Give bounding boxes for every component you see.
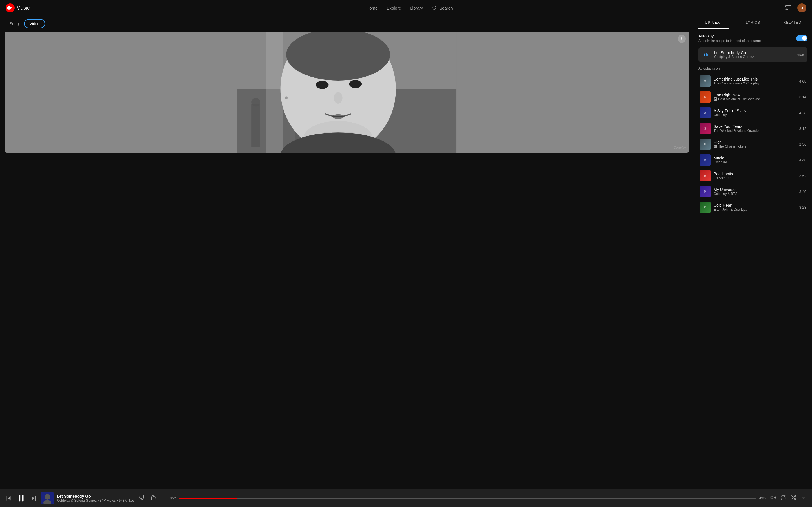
main-content: Song Video	[0, 16, 812, 489]
repeat-button[interactable]	[780, 495, 786, 502]
tab-related[interactable]: RELATED	[772, 16, 812, 29]
now-playing-info: Let Somebody Go Coldplay & Selena Gomez	[714, 50, 794, 59]
svg-point-17	[316, 81, 328, 89]
song-thumbnail: B	[700, 170, 711, 181]
svg-rect-25	[704, 54, 705, 55]
top-navigation: Music Home Explore Library Search U	[0, 0, 812, 16]
now-playing-queue-item[interactable]: Let Somebody Go Coldplay & Selena Gomez …	[698, 47, 808, 62]
song-info: Something Just Like This The Chainsmoker…	[714, 77, 797, 86]
svg-rect-27	[707, 53, 708, 56]
song-thumbnail: M	[700, 154, 711, 166]
song-info: Save Your Tears The Weeknd & Ariana Gran…	[714, 124, 797, 133]
more-options-button[interactable]: ⋮	[160, 495, 165, 501]
video-container: ℹ Coldplay	[4, 32, 689, 153]
queue-item-5[interactable]: H High E The Chainsmokers 2:56	[698, 136, 808, 152]
player-right-controls	[770, 495, 806, 502]
queue-item-4[interactable]: S Save Your Tears The Weeknd & Ariana Gr…	[698, 121, 808, 136]
song-duration: 3:12	[799, 126, 806, 131]
bottom-track-title: Let Somebody Go	[57, 494, 135, 499]
song-info: Cold Heart Elton John & Dua Lipa	[714, 203, 797, 212]
song-artist: The Weeknd & Ariana Grande	[714, 129, 797, 133]
next-button[interactable]	[31, 495, 37, 501]
video-watermark: Coldplay	[673, 146, 686, 149]
tab-lyrics[interactable]: LYRICS	[733, 16, 773, 29]
cast-icon[interactable]	[784, 3, 793, 12]
song-duration: 3:52	[799, 174, 806, 178]
shuffle-button[interactable]	[791, 495, 796, 502]
search-label: Search	[439, 6, 453, 10]
queue-item-8[interactable]: M My Universe Coldplay & BTS 3:49	[698, 184, 808, 200]
expand-button[interactable]	[801, 495, 806, 502]
svg-marker-37	[771, 496, 773, 499]
volume-button[interactable]	[770, 495, 776, 502]
song-title: Cold Heart	[714, 203, 797, 208]
song-title: High	[714, 140, 797, 145]
youtube-music-logo-icon	[6, 3, 15, 12]
now-playing-duration: 4:05	[797, 53, 804, 57]
tab-up-next[interactable]: UP NEXT	[694, 16, 733, 29]
song-artist: E The Chainsmokers	[714, 145, 797, 149]
bottom-thumb	[41, 492, 54, 504]
nav-explore[interactable]: Explore	[387, 6, 401, 10]
song-duration: 2:56	[799, 142, 806, 147]
queue-item-2[interactable]: O One Right Now E Post Malone & The Week…	[698, 89, 808, 105]
song-duration: 4:08	[799, 79, 806, 83]
svg-point-4	[433, 6, 436, 9]
info-overlay-button[interactable]: ℹ	[678, 35, 686, 43]
play-pause-button[interactable]	[16, 494, 26, 503]
song-title: A Sky Full of Stars	[714, 108, 797, 113]
logo-area[interactable]: Music	[6, 3, 30, 12]
queue-item-6[interactable]: M Magic Coldplay 4:46	[698, 152, 808, 168]
song-info: My Universe Coldplay & BTS	[714, 187, 797, 196]
autoplay-on-label: Autoplay is on	[698, 66, 808, 70]
video-scene: ℹ Coldplay	[4, 32, 689, 153]
song-artist: Ed Sheeran	[714, 176, 797, 180]
nav-library[interactable]: Library	[410, 6, 423, 10]
autoplay-title: Autoplay	[698, 34, 761, 38]
video-toggle-button[interactable]: Video	[24, 19, 45, 28]
svg-line-40	[792, 496, 793, 497]
song-info: A Sky Full of Stars Coldplay	[714, 108, 797, 117]
progress-bar[interactable]	[179, 498, 756, 499]
svg-marker-32	[32, 496, 35, 500]
song-artist: Coldplay & BTS	[714, 192, 797, 196]
logo-text: Music	[16, 5, 30, 11]
song-duration: 4:28	[799, 111, 806, 115]
panel-tabs: UP NEXT LYRICS RELATED	[694, 16, 812, 29]
song-artist: Coldplay	[714, 113, 797, 117]
song-artist: The Chainsmokers & Coldplay	[714, 81, 797, 86]
queue-item-3[interactable]: A A Sky Full of Stars Coldplay 4:28	[698, 105, 808, 121]
svg-rect-9	[252, 104, 260, 147]
like-button[interactable]	[150, 494, 156, 502]
song-info: Bad Habits Ed Sheeran	[714, 172, 797, 180]
song-artist: E Post Malone & The Weeknd	[714, 97, 797, 101]
left-panel: Song Video	[0, 16, 694, 489]
song-toggle-button[interactable]: Song	[4, 20, 24, 27]
song-thumbnail: S	[700, 123, 711, 134]
song-duration: 3:49	[799, 189, 806, 194]
queue-list: S Something Just Like This The Chainsmok…	[698, 73, 808, 215]
svg-marker-28	[8, 496, 10, 500]
autoplay-info: Autoplay Add similar songs to the end of…	[698, 34, 761, 43]
song-title: Bad Habits	[714, 172, 797, 176]
nav-home[interactable]: Home	[366, 6, 377, 10]
progress-fill	[179, 498, 237, 499]
song-thumbnail: C	[700, 202, 711, 213]
queue-item-7[interactable]: B Bad Habits Ed Sheeran 3:52	[698, 168, 808, 184]
nav-right: U	[784, 3, 806, 12]
svg-point-19	[334, 92, 343, 104]
nav-links: Home Explore Library Search	[41, 5, 778, 10]
queue-item-9[interactable]: C Cold Heart Elton John & Dua Lipa 3:23	[698, 200, 808, 215]
search-area[interactable]: Search	[432, 5, 453, 10]
search-icon	[432, 5, 437, 10]
queue-item-1[interactable]: S Something Just Like This The Chainsmok…	[698, 73, 808, 89]
bottom-player: Let Somebody Go Coldplay & Selena Gomez …	[0, 489, 812, 507]
bottom-now-playing-info: Let Somebody Go Coldplay & Selena Gomez …	[41, 492, 135, 504]
song-title: One Right Now	[714, 93, 797, 97]
previous-button[interactable]	[6, 495, 12, 501]
dislike-button[interactable]	[139, 494, 145, 502]
autoplay-toggle[interactable]	[796, 35, 808, 41]
song-duration: 4:46	[799, 158, 806, 162]
song-thumbnail: H	[700, 138, 711, 150]
user-avatar[interactable]: U	[797, 3, 806, 12]
